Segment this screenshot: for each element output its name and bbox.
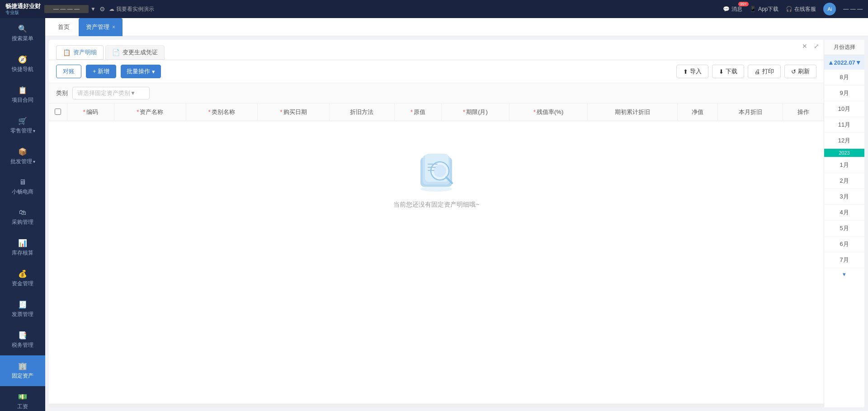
monitor-icon: 🖥: [19, 178, 26, 186]
chevron-down-icon2: ▾: [33, 159, 35, 164]
batch-button[interactable]: 批量操作 ▾: [121, 65, 161, 78]
table-header-row: *编码 *资产名称 *类别名称 *购买日期 折旧方法 *原值 *期限(月) *残…: [49, 104, 824, 121]
dropdown-arrow-icon[interactable]: ▼: [90, 6, 96, 12]
th-residual-rate: *残值率(%): [509, 104, 588, 121]
th-code: *编码: [67, 104, 114, 121]
sidebar-item-inventory[interactable]: 📊 库存核算: [0, 232, 45, 263]
top-bar: 畅捷通好业财 专业版 — — — — ▼ ⚙ ☁ 我要看实例演示 💬 消息 99…: [0, 0, 868, 18]
chevron-down-icon: ▾: [33, 128, 35, 133]
batch-arrow-icon: ▾: [152, 68, 155, 75]
sidebar-item-invoice[interactable]: 🧾 发票管理: [0, 294, 45, 325]
select-all-checkbox[interactable]: [55, 109, 61, 115]
sidebar-item-search[interactable]: 🔍 搜索菜单: [0, 18, 45, 49]
sidebar-item-retail[interactable]: 🛒 零售管理 ▾: [0, 110, 45, 141]
th-operation: 操作: [783, 104, 824, 121]
compass-icon: 🧭: [18, 55, 27, 64]
add-button[interactable]: + 新增: [86, 65, 116, 78]
receipt-icon: 🧾: [18, 300, 27, 309]
filter-bar: 类别 请选择固定资产类别 ▼: [49, 83, 824, 104]
sidebar-item-purchase[interactable]: 🛍 采购管理: [0, 202, 45, 232]
sidebar-item-project[interactable]: 📋 项目合同: [0, 80, 45, 110]
shopping-icon: 🛍: [19, 208, 26, 217]
month-item-5[interactable]: 5月: [824, 221, 864, 236]
main-layout: 🔍 搜索菜单 🧭 快捷导航 📋 项目合同 🛒 零售管理 ▾ 📦 批发管理 ▾: [0, 18, 868, 411]
subtab-change-voucher[interactable]: 📄 变更生成凭证: [105, 45, 165, 60]
user-avatar[interactable]: Ai: [823, 3, 836, 15]
month-item-1[interactable]: 1月: [824, 157, 864, 173]
money-icon: 💰: [18, 269, 27, 278]
table-header-checkbox: [49, 104, 67, 121]
cart-icon: 🛒: [18, 117, 27, 125]
app-download-button[interactable]: 📱 App下载: [750, 5, 778, 13]
month-item-8[interactable]: 8月: [824, 70, 864, 85]
salary-icon: 💵: [18, 392, 27, 401]
th-accumulated-depreciation: 期初累计折旧: [588, 104, 677, 121]
sidebar-item-fixed-assets[interactable]: 🏢 固定资产: [0, 355, 45, 386]
building-icon: 🏢: [18, 362, 27, 370]
message-label: 消息: [731, 5, 742, 13]
empty-illustration: [409, 148, 463, 194]
user-name[interactable]: — — —: [843, 6, 863, 12]
month-item-10[interactable]: 10月: [824, 101, 864, 117]
cloud-icon: ☁: [109, 6, 114, 12]
refresh-button[interactable]: ↺ 刷新: [784, 65, 816, 78]
refresh-icon: ↺: [791, 68, 796, 75]
current-year-display: ▲ 2022.07 ▼: [824, 55, 864, 70]
app-name: 畅捷通好业财: [5, 3, 41, 10]
import-button[interactable]: ⬆ 导入: [676, 65, 708, 78]
month-down-icon[interactable]: ▼: [855, 58, 862, 67]
month-item-3[interactable]: 3月: [824, 189, 864, 205]
top-bar-left: 畅捷通好业财 专业版 — — — — ▼ ⚙ ☁ 我要看实例演示: [5, 3, 718, 15]
expand-panel-icon[interactable]: ⤢: [811, 42, 822, 51]
month-panel-collapse[interactable]: ▾: [824, 268, 864, 280]
subtab-asset-detail[interactable]: 📋 资产明细: [56, 45, 104, 60]
message-button[interactable]: 💬 消息 99+: [723, 5, 742, 13]
mobile-icon: 📱: [750, 6, 756, 12]
category-filter[interactable]: 请选择固定资产类别 ▼: [72, 87, 150, 99]
empty-text: 当前您还没有固定资产明细哦~: [393, 201, 479, 209]
print-button[interactable]: 🖨 打印: [748, 65, 781, 78]
month-item-6[interactable]: 6月: [824, 236, 864, 252]
message-icon: 💬: [723, 6, 730, 12]
empty-state: 当前您还没有固定资产明细哦~: [49, 121, 824, 236]
doc-change-icon: 📄: [112, 49, 120, 56]
month-item-11[interactable]: 11月: [824, 117, 864, 133]
tab-close-icon[interactable]: ×: [112, 24, 115, 30]
sidebar-item-tax[interactable]: 📑 税务管理: [0, 325, 45, 355]
th-asset-name: *资产名称: [114, 104, 186, 121]
month-item-9[interactable]: 9月: [824, 85, 864, 101]
sidebar-item-wholesale[interactable]: 📦 批发管理 ▾: [0, 141, 45, 172]
th-original-value: *原值: [394, 104, 441, 121]
settings-icon[interactable]: ⚙: [99, 5, 105, 13]
close-panel-icon[interactable]: ✕: [799, 42, 810, 51]
month-panel: 月份选择 ▲ 2022.07 ▼ 8月 9月 10月 11月 12月 2023 …: [824, 40, 864, 407]
month-up-icon[interactable]: ▲: [828, 58, 834, 67]
company-dropdown[interactable]: — — — — ▼: [44, 5, 96, 13]
tab-home[interactable]: 首页: [51, 18, 77, 36]
month-item-7[interactable]: 7月: [824, 252, 864, 268]
sidebar-item-finance[interactable]: 💰 资金管理: [0, 263, 45, 294]
download-button[interactable]: ⬇ 下载: [712, 65, 744, 78]
month-item-12[interactable]: 12月: [824, 133, 864, 149]
month-item-4[interactable]: 4月: [824, 205, 864, 221]
svg-point-5: [434, 165, 446, 177]
toolbar: 对账 + 新增 批量操作 ▾ ⬆ 导入 ⬇ 下载: [49, 60, 824, 83]
current-year-label: 2022.07: [834, 59, 855, 66]
sub-tabs: 📋 资产明细 📄 变更生成凭证: [49, 40, 824, 60]
bottom-scrollbar[interactable]: [49, 404, 824, 407]
th-net-value: 净值: [677, 104, 718, 121]
contract-icon: 📋: [18, 86, 27, 94]
reconcile-button[interactable]: 对账: [56, 65, 81, 78]
sidebar-item-salary[interactable]: 💵 工资: [0, 386, 45, 411]
download-icon: ⬇: [719, 68, 724, 75]
online-service-button[interactable]: 🎧 在线客服: [786, 5, 816, 13]
month-item-2[interactable]: 2月: [824, 173, 864, 189]
th-category-name: *类别名称: [186, 104, 258, 121]
demo-link[interactable]: ☁ 我要看实例演示: [109, 5, 154, 13]
print-icon: 🖨: [755, 68, 760, 75]
app-name-block: 畅捷通好业财 专业版: [5, 3, 41, 15]
tab-asset-management[interactable]: 资产管理 ×: [79, 18, 123, 36]
sidebar-item-ecommerce[interactable]: 🖥 小畅电商: [0, 172, 45, 202]
sidebar-item-quicknav[interactable]: 🧭 快捷导航: [0, 49, 45, 80]
box-icon: 📦: [18, 147, 27, 156]
